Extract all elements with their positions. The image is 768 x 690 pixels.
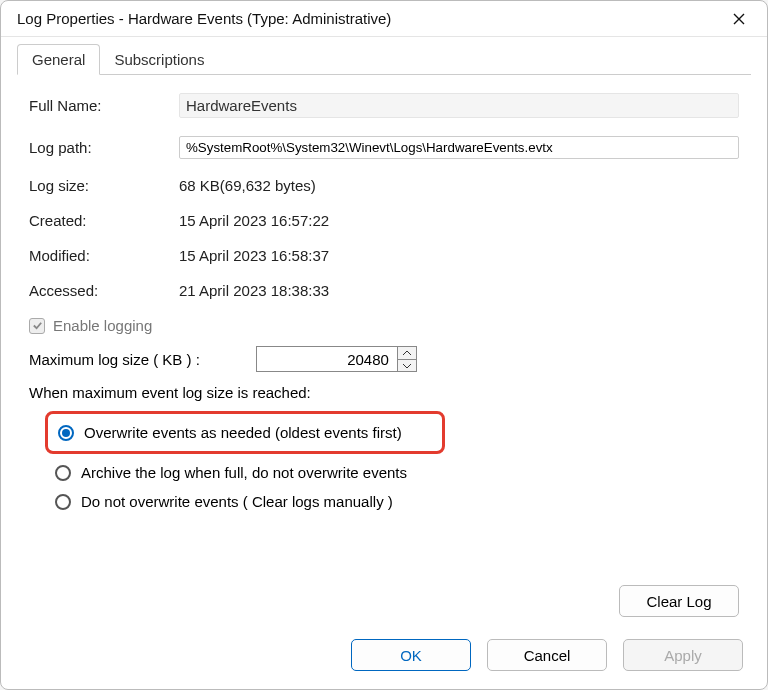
spinner-buttons xyxy=(397,347,416,371)
when-full-radio-group: Overwrite events as needed (oldest event… xyxy=(29,411,739,516)
radio-manual-label: Do not overwrite events ( Clear logs man… xyxy=(81,493,393,510)
tab-subscriptions[interactable]: Subscriptions xyxy=(100,45,218,74)
close-button[interactable] xyxy=(723,5,755,33)
enable-logging-row: Enable logging xyxy=(29,317,739,334)
field-full-name: Full Name: HardwareEvents xyxy=(29,93,739,118)
value-log-size: 68 KB(69,632 bytes) xyxy=(179,177,739,194)
close-icon xyxy=(733,13,745,25)
radio-manual[interactable] xyxy=(55,494,71,510)
input-log-path[interactable] xyxy=(179,136,739,159)
field-created: Created: 15 April 2023 16:57:22 xyxy=(29,212,739,229)
label-log-size: Log size: xyxy=(29,177,179,194)
tab-general[interactable]: General xyxy=(17,44,100,75)
radio-archive-label: Archive the log when full, do not overwr… xyxy=(81,464,407,481)
enable-logging-checkbox[interactable] xyxy=(29,318,45,334)
value-created: 15 April 2023 16:57:22 xyxy=(179,212,739,229)
max-size-row: Maximum log size ( KB ) : xyxy=(29,346,739,372)
field-accessed: Accessed: 21 April 2023 18:38:33 xyxy=(29,282,739,299)
radio-row-overwrite[interactable]: Overwrite events as needed (oldest event… xyxy=(54,418,436,447)
window-title: Log Properties - Hardware Events (Type: … xyxy=(17,10,723,27)
max-size-spinner xyxy=(256,346,417,372)
clear-log-row: Clear Log xyxy=(1,577,767,625)
titlebar: Log Properties - Hardware Events (Type: … xyxy=(1,1,767,37)
apply-button: Apply xyxy=(623,639,743,671)
max-size-input[interactable] xyxy=(257,347,397,371)
value-full-name: HardwareEvents xyxy=(179,93,739,118)
field-log-path: Log path: xyxy=(29,136,739,159)
field-log-size: Log size: 68 KB(69,632 bytes) xyxy=(29,177,739,194)
enable-logging-label: Enable logging xyxy=(53,317,152,334)
value-modified: 15 April 2023 16:58:37 xyxy=(179,247,739,264)
radio-archive[interactable] xyxy=(55,465,71,481)
cancel-button[interactable]: Cancel xyxy=(487,639,607,671)
dialog-footer: OK Cancel Apply xyxy=(1,625,767,689)
radio-overwrite-label: Overwrite events as needed (oldest event… xyxy=(84,424,402,441)
clear-log-button[interactable]: Clear Log xyxy=(619,585,739,617)
ok-button[interactable]: OK xyxy=(351,639,471,671)
tab-content-general: Full Name: HardwareEvents Log path: Log … xyxy=(1,75,767,577)
label-full-name: Full Name: xyxy=(29,97,179,114)
label-log-path: Log path: xyxy=(29,139,179,156)
highlight-annotation: Overwrite events as needed (oldest event… xyxy=(45,411,445,454)
chevron-up-icon xyxy=(403,350,411,356)
chevron-down-icon xyxy=(403,363,411,369)
spinner-down-button[interactable] xyxy=(398,359,416,371)
label-created: Created: xyxy=(29,212,179,229)
when-full-prompt: When maximum event log size is reached: xyxy=(29,384,739,401)
label-accessed: Accessed: xyxy=(29,282,179,299)
tab-strip: General Subscriptions xyxy=(1,37,767,74)
value-accessed: 21 April 2023 18:38:33 xyxy=(179,282,739,299)
radio-row-archive[interactable]: Archive the log when full, do not overwr… xyxy=(51,458,739,487)
dialog-window: Log Properties - Hardware Events (Type: … xyxy=(0,0,768,690)
radio-row-manual[interactable]: Do not overwrite events ( Clear logs man… xyxy=(51,487,739,516)
field-modified: Modified: 15 April 2023 16:58:37 xyxy=(29,247,739,264)
max-size-label: Maximum log size ( KB ) : xyxy=(29,351,200,368)
spinner-up-button[interactable] xyxy=(398,347,416,359)
radio-overwrite[interactable] xyxy=(58,425,74,441)
label-modified: Modified: xyxy=(29,247,179,264)
checkmark-icon xyxy=(32,320,43,331)
